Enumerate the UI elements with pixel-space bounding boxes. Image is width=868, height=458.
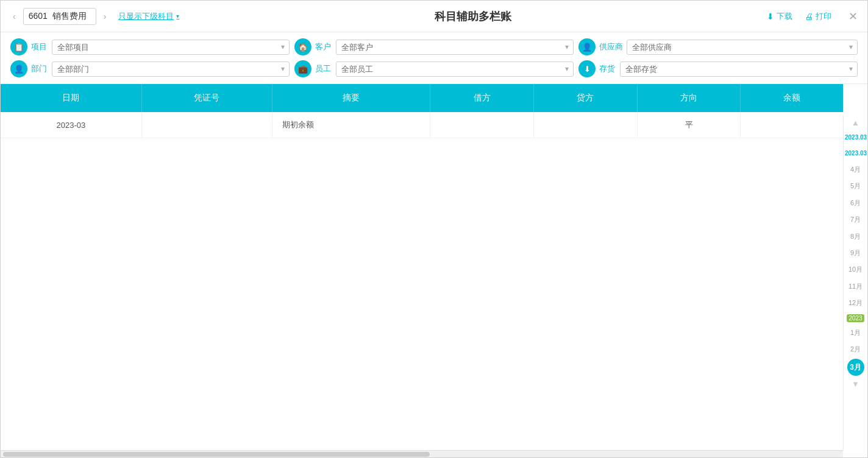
col-balance: 余额 <box>741 84 843 112</box>
department-label: 部门 <box>31 63 48 74</box>
month-nav-up-btn[interactable]: ▲ <box>844 116 867 130</box>
cell-summary: 期初余额 <box>272 112 430 138</box>
employee-select-wrapper: 全部员工 <box>336 62 574 77</box>
supplier-select[interactable]: 全部供应商 <box>627 40 858 55</box>
employee-icon: 💼 <box>294 60 311 77</box>
account-code-display: 6601 销售费用 <box>23 8 96 25</box>
month-item-5[interactable]: 5月 <box>844 178 867 194</box>
month-item-2023-03-top[interactable]: 2023.03 <box>844 130 867 146</box>
month-item-3-active[interactable]: 3月 <box>847 359 864 376</box>
supplier-filter: 👤 供应商 全部供应商 <box>578 38 858 55</box>
filter-toggle-label: 只显示下级科目 <box>118 11 174 22</box>
supplier-select-wrapper: 全部供应商 <box>627 40 858 55</box>
month-item-7[interactable]: 7月 <box>844 211 867 228</box>
download-btn[interactable]: ⬇ 下载 <box>767 11 792 22</box>
employee-filter: 💼 员工 全部员工 <box>294 60 574 77</box>
month-item-9[interactable]: 9月 <box>844 245 867 261</box>
col-credit: 贷方 <box>534 84 638 112</box>
filterbar: 📋 项目 全部项目 🏠 客户 全部客户 👤 供应商 全部供应商 👤 部门 全 <box>1 32 867 84</box>
customer-select[interactable]: 全部客户 <box>336 40 574 55</box>
col-voucher: 凭证号 <box>141 84 272 112</box>
month-item-12[interactable]: 12月 <box>844 295 867 311</box>
department-select-wrapper: 全部部门 <box>52 62 290 77</box>
month-item-8[interactable]: 8月 <box>844 228 867 245</box>
account-name: 销售费用 <box>52 11 87 21</box>
ledger-table: 日期 凭证号 摘要 借方 贷方 方向 余额 2023-03 期初余额 平 <box>1 84 843 138</box>
prev-account-btn[interactable]: ‹ <box>10 10 18 23</box>
table-header-row: 日期 凭证号 摘要 借方 贷方 方向 余额 <box>1 84 843 112</box>
print-label: 打印 <box>816 11 831 22</box>
cell-direction: 平 <box>637 112 741 138</box>
project-select-wrapper: 全部项目 <box>52 40 290 55</box>
print-btn[interactable]: 🖨 打印 <box>805 11 831 22</box>
inventory-icon: ⬇ <box>578 60 596 77</box>
month-item-4[interactable]: 4月 <box>844 161 867 178</box>
customer-filter: 🏠 客户 全部客户 <box>294 38 574 55</box>
customer-select-wrapper: 全部客户 <box>336 40 574 55</box>
inventory-label: 存货 <box>599 63 616 74</box>
header-actions: ⬇ 下载 🖨 打印 ✕ <box>767 10 858 23</box>
titlebar: ‹ 6601 销售费用 › 只显示下级科目 ▾ 科目辅助多栏账 ⬇ 下载 🖨 打… <box>1 1 867 32</box>
cell-balance <box>741 112 843 138</box>
page-title: 科目辅助多栏账 <box>184 9 762 24</box>
employee-label: 员工 <box>315 63 332 74</box>
col-debit: 借方 <box>430 84 534 112</box>
cell-date: 2023-03 <box>1 112 141 138</box>
customer-icon: 🏠 <box>294 38 311 55</box>
project-icon: 📋 <box>10 38 27 55</box>
cell-voucher <box>141 112 272 138</box>
cell-credit <box>534 112 638 138</box>
col-summary: 摘要 <box>272 84 430 112</box>
year-badge-2023: 2023 <box>847 313 864 323</box>
account-code: 6601 <box>29 11 48 21</box>
filter-toggle-btn[interactable]: 只显示下级科目 ▾ <box>118 11 179 22</box>
inventory-filter: ⬇ 存货 全部存货 <box>578 60 858 77</box>
month-item-11[interactable]: 11月 <box>844 278 867 295</box>
month-item-1[interactable]: 1月 <box>844 325 867 341</box>
download-icon: ⬇ <box>767 12 774 21</box>
month-nav-down-btn[interactable]: ▼ <box>844 377 867 391</box>
month-item-2023-03-2[interactable]: 2023.03 <box>844 146 867 161</box>
table-row[interactable]: 2023-03 期初余额 平 <box>1 112 843 138</box>
col-direction: 方向 <box>637 84 741 112</box>
col-date: 日期 <box>1 84 141 112</box>
inventory-select[interactable]: 全部存货 <box>620 62 858 77</box>
month-item-6[interactable]: 6月 <box>844 195 867 211</box>
download-label: 下载 <box>777 11 792 22</box>
close-btn[interactable]: ✕ <box>848 10 858 23</box>
table-container: 日期 凭证号 摘要 借方 贷方 方向 余额 2023-03 期初余额 平 <box>1 84 843 450</box>
next-account-btn[interactable]: › <box>101 10 109 23</box>
month-item-2[interactable]: 2月 <box>844 341 867 358</box>
print-icon: 🖨 <box>805 12 813 21</box>
department-icon: 👤 <box>10 60 27 77</box>
department-select[interactable]: 全部部门 <box>52 62 290 77</box>
project-filter: 📋 项目 全部项目 <box>10 38 290 55</box>
scrollbar-thumb[interactable] <box>3 452 430 457</box>
department-filter: 👤 部门 全部部门 <box>10 60 290 77</box>
supplier-label: 供应商 <box>599 41 623 52</box>
month-item-10[interactable]: 10月 <box>844 261 867 278</box>
main-window: ‹ 6601 销售费用 › 只显示下级科目 ▾ 科目辅助多栏账 ⬇ 下载 🖨 打… <box>0 0 868 458</box>
filter-toggle-arrow: ▾ <box>176 13 179 19</box>
horizontal-scrollbar[interactable] <box>1 450 843 457</box>
inventory-select-wrapper: 全部存货 <box>620 62 858 77</box>
employee-select[interactable]: 全部员工 <box>336 62 574 77</box>
project-label: 项目 <box>31 41 48 52</box>
month-sidebar: ▲ 2023.03 2023.03 4月 5月 6月 7月 8月 9月 10月 … <box>843 116 867 450</box>
customer-label: 客户 <box>315 41 332 52</box>
supplier-icon: 👤 <box>578 38 596 55</box>
cell-debit <box>430 112 534 138</box>
project-select[interactable]: 全部项目 <box>52 40 290 55</box>
